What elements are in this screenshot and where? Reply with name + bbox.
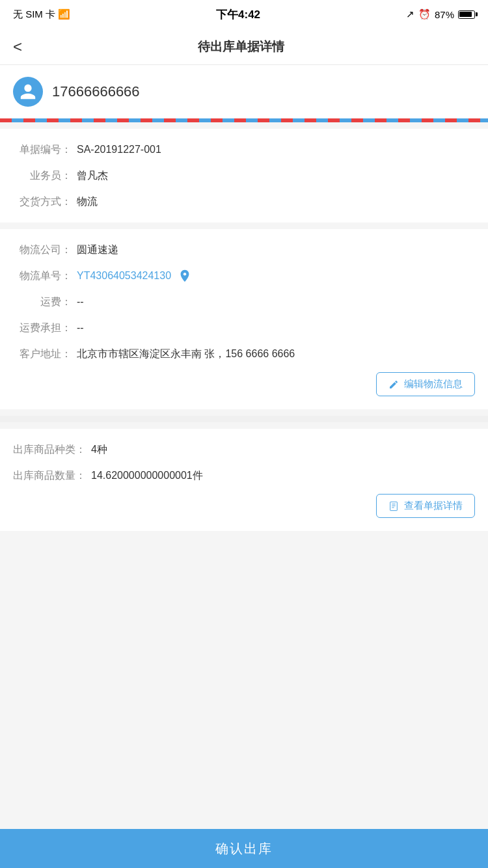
- status-right: ↗ ⏰ 87%: [406, 8, 475, 20]
- product-types-row: 出库商品种类： 4种: [13, 442, 475, 457]
- status-time: 下午4:42: [216, 7, 260, 22]
- product-qty-value: 14.620000000000001件: [86, 468, 475, 483]
- freight-value: --: [72, 294, 475, 310]
- edit-logistics-button[interactable]: 编辑物流信息: [376, 372, 475, 396]
- salesperson-value: 曾凡杰: [72, 168, 475, 183]
- tracking-number-value: YT43064053424130: [72, 268, 475, 284]
- battery-icon: [458, 10, 475, 19]
- location-icon: ↗: [406, 8, 414, 20]
- avatar: [13, 77, 43, 107]
- confirm-button[interactable]: 确认出库: [0, 829, 488, 868]
- basic-info-section: 单据编号： SA-20191227-001 业务员： 曾凡杰 交货方式： 物流: [0, 129, 488, 223]
- delivery-method-label: 交货方式：: [13, 194, 72, 210]
- document-icon: [388, 501, 399, 511]
- alarm-icon: ⏰: [418, 8, 431, 20]
- salesperson-label: 业务员：: [13, 168, 72, 183]
- view-details-button[interactable]: 查看单据详情: [376, 494, 475, 518]
- tracking-number-row: 物流单号： YT43064053424130: [13, 268, 475, 284]
- logistics-company-value: 圆通速递: [72, 242, 475, 258]
- address-row: 客户地址： 北京市市辖区海淀区永丰南 张，156 6666 6666: [13, 346, 475, 362]
- bottom-space: [0, 537, 488, 681]
- confirm-button-label: 确认出库: [215, 840, 273, 858]
- back-button[interactable]: <: [13, 38, 22, 56]
- tracking-number-text: YT43064053424130: [77, 270, 171, 281]
- view-details-label: 查看单据详情: [404, 500, 463, 512]
- logistics-company-label: 物流公司：: [13, 242, 72, 258]
- battery-percent: 87%: [435, 9, 454, 20]
- battery-fill: [459, 12, 471, 17]
- freight-bearer-value: --: [72, 320, 475, 336]
- address-label: 客户地址：: [13, 346, 72, 362]
- address-value: 北京市市辖区海淀区永丰南 张，156 6666 6666: [72, 346, 475, 362]
- view-details-button-wrapper: 查看单据详情: [13, 494, 475, 518]
- svg-rect-0: [390, 502, 398, 510]
- edit-logistics-label: 编辑物流信息: [404, 378, 463, 390]
- bill-number-row: 单据编号： SA-20191227-001: [13, 142, 475, 157]
- edit-logistics-button-wrapper: 编辑物流信息: [13, 372, 475, 396]
- freight-bearer-row: 运费承担： --: [13, 320, 475, 336]
- tracking-number-label: 物流单号：: [13, 268, 72, 284]
- map-pin-icon[interactable]: [178, 269, 192, 283]
- person-icon: [19, 83, 37, 101]
- outbound-info-section: 出库商品种类： 4种 出库商品数量： 14.620000000000001件 查…: [0, 429, 488, 531]
- freight-bearer-label: 运费承担：: [13, 320, 72, 336]
- salesperson-row: 业务员： 曾凡杰: [13, 168, 475, 183]
- product-types-label: 出库商品种类：: [13, 442, 86, 457]
- logistics-company-row: 物流公司： 圆通速递: [13, 242, 475, 258]
- freight-label: 运费：: [13, 294, 72, 310]
- nav-bar: < 待出库单据详情: [0, 29, 488, 65]
- gray-divider: [0, 416, 488, 422]
- status-bar: 无 SIM 卡 📶 下午4:42 ↗ ⏰ 87%: [0, 0, 488, 29]
- edit-icon: [388, 379, 399, 390]
- customer-header: 17666666666: [0, 65, 488, 118]
- customer-phone: 17666666666: [52, 83, 140, 100]
- product-types-value: 4种: [86, 442, 475, 457]
- dashed-divider: [0, 118, 488, 122]
- bill-number-label: 单据编号：: [13, 142, 72, 157]
- logistics-info-section: 物流公司： 圆通速递 物流单号： YT43064053424130 运费： --…: [0, 229, 488, 409]
- status-left: 无 SIM 卡 📶: [13, 8, 70, 21]
- product-qty-label: 出库商品数量：: [13, 468, 86, 483]
- product-qty-row: 出库商品数量： 14.620000000000001件: [13, 468, 475, 483]
- page-title: 待出库单据详情: [35, 38, 446, 55]
- freight-row: 运费： --: [13, 294, 475, 310]
- bill-number-value: SA-20191227-001: [72, 142, 475, 157]
- delivery-method-value: 物流: [72, 194, 475, 210]
- delivery-method-row: 交货方式： 物流: [13, 194, 475, 210]
